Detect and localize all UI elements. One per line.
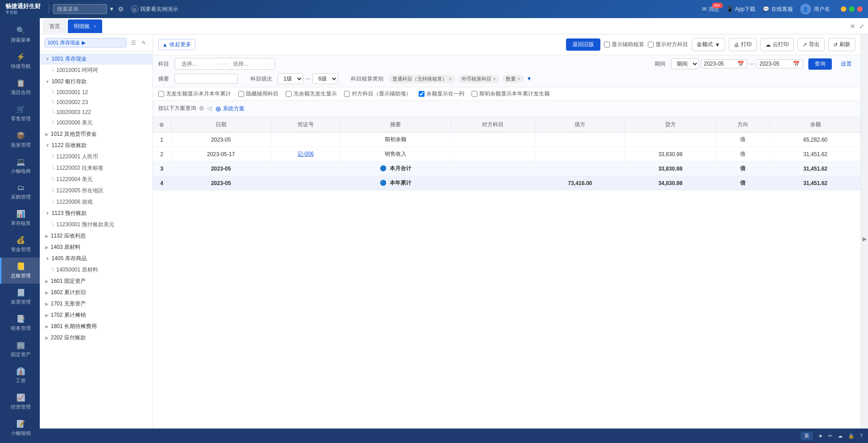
tree-item-10020006[interactable]: └ 10020006 美元 bbox=[40, 117, 152, 129]
tree-item-11220005[interactable]: └ 11220005 所在地区 bbox=[40, 185, 152, 196]
show-aux-checkbox[interactable] bbox=[604, 42, 610, 48]
voucher-link[interactable]: 记-006 bbox=[297, 151, 314, 157]
sidebar-item-invoice[interactable]: 🧾 发票管理 bbox=[0, 284, 40, 310]
tree-item-10020003[interactable]: └ 10020003 122 bbox=[40, 107, 152, 117]
search-input[interactable] bbox=[53, 4, 107, 14]
sidebar-item-sales-report[interactable]: 📝 小畅报销 bbox=[0, 415, 40, 441]
tree-item-1122[interactable]: ▼ 1122 应收账款 bbox=[40, 140, 152, 151]
level-start-select[interactable]: 1级 2级 bbox=[278, 73, 303, 84]
period-end-input[interactable] bbox=[760, 61, 791, 67]
panel-maximize-btn[interactable]: ⤢ bbox=[859, 23, 864, 30]
sidebar-item-ops[interactable]: 📈 经营管理 bbox=[0, 389, 40, 415]
search-dropdown-icon[interactable]: ▼ bbox=[109, 6, 114, 12]
tree-item-10020002[interactable]: └ 10020002 23 bbox=[40, 97, 152, 107]
tree-item-11220004[interactable]: └ 11220004 美元 bbox=[40, 174, 152, 185]
filter-tag-quantity-close[interactable]: × bbox=[518, 76, 520, 81]
tree-item-11230001[interactable]: └ 11230001 预付账款美元 bbox=[40, 219, 152, 230]
query-collapse-icon[interactable]: ◁ bbox=[207, 105, 212, 112]
help-btn[interactable]: ? bbox=[860, 433, 863, 438]
filter-tag-normal-close[interactable]: × bbox=[449, 76, 452, 81]
tree-item-1123[interactable]: ▼ 1123 预付账款 bbox=[40, 208, 152, 219]
tree-item-11220001[interactable]: └ 11220001 人民币 bbox=[40, 151, 152, 162]
app-download-btn[interactable]: 📱 App下载 bbox=[726, 5, 755, 13]
table-wrapper[interactable]: ⚙ 日期 凭证号 摘要 对方科目 借方 贷方 方向 余额 bbox=[153, 117, 861, 443]
tree-item-1403[interactable]: ▶ 1403 原材料 bbox=[40, 242, 152, 253]
tree-item-1001[interactable]: ▼ 1001 库存现金 bbox=[40, 53, 152, 65]
print-btn[interactable]: 🖨 打印 bbox=[729, 38, 757, 51]
tree-item-11220006[interactable]: └ 11220006 游戏 bbox=[40, 196, 152, 208]
tree-item-1701[interactable]: ▶ 1701 无形资产 bbox=[40, 298, 152, 310]
online-service-btn[interactable]: 💬 在线客服 bbox=[763, 5, 793, 13]
summary-input[interactable] bbox=[175, 74, 238, 84]
tree-item-1702[interactable]: ▶ 1702 累计摊销 bbox=[40, 310, 152, 321]
th-config[interactable]: ⚙ bbox=[153, 117, 171, 133]
sidebar-item-purchase[interactable]: 🗂 采购管理 bbox=[0, 179, 40, 205]
sidebar-item-assets[interactable]: 🏢 固定资产 bbox=[0, 336, 40, 362]
subject-input[interactable] bbox=[178, 59, 214, 68]
period-start-input[interactable] bbox=[704, 61, 736, 67]
query-btn[interactable]: 查询 bbox=[808, 58, 832, 70]
cb-contra-show-input[interactable] bbox=[344, 91, 350, 97]
tree-item-1601[interactable]: ▶ 1601 固定资产 bbox=[40, 276, 152, 287]
show-contra-checkbox[interactable] bbox=[648, 42, 654, 48]
cb-no-occurrence-input[interactable] bbox=[158, 91, 164, 97]
account-tag[interactable]: 1001 库存现金 ▶ bbox=[44, 38, 127, 48]
cb-hide-aux-input[interactable] bbox=[238, 91, 244, 97]
sidebar-item-salary[interactable]: 👔 工资 bbox=[0, 362, 40, 389]
cloud-print-btn[interactable]: ☁ 云打印 bbox=[760, 38, 794, 51]
tab-home[interactable]: 首页 bbox=[43, 19, 66, 33]
cb-no-balance-input[interactable] bbox=[286, 91, 292, 97]
refresh-btn[interactable]: ↺ 刷新 bbox=[828, 38, 855, 51]
tree-item-1002[interactable]: ▼ 1002 银行存款 bbox=[40, 76, 152, 87]
sidebar-item-quick-nav[interactable]: ⚡ 快捷导航 bbox=[0, 48, 40, 74]
tree-edit-btn[interactable]: ✎ bbox=[140, 39, 148, 47]
language-btn[interactable]: 英 bbox=[801, 432, 813, 440]
window-close[interactable] bbox=[857, 6, 863, 12]
sidebar-item-ecommerce[interactable]: 💻 小畅电商 bbox=[0, 153, 40, 179]
tree-item-1801[interactable]: ▶ 1801 长期待摊费用 bbox=[40, 321, 152, 332]
star-btn[interactable]: ★ bbox=[818, 433, 823, 439]
sidebar-item-basic[interactable]: ℹ 基础信息 bbox=[0, 441, 40, 443]
sidebar-item-wholesale[interactable]: 📦 批发管理 bbox=[0, 127, 40, 153]
messages-btn[interactable]: ✉ 消息 99+ bbox=[702, 5, 719, 13]
window-minimize[interactable] bbox=[841, 6, 846, 12]
sidebar-item-project[interactable]: 📋 项目合同 bbox=[0, 74, 40, 100]
export-btn[interactable]: ↗ 导出 bbox=[797, 38, 825, 51]
system-plan-btn[interactable]: ⊕ 系统方案 bbox=[215, 105, 245, 113]
sidebar-item-search[interactable]: 🔍 搜索菜单 bbox=[0, 22, 40, 48]
filter-tag-foreign-close[interactable]: × bbox=[493, 76, 496, 81]
sidebar-item-accounting[interactable]: 📒 总账管理 bbox=[0, 257, 40, 284]
cb-opening-ytd-input[interactable] bbox=[472, 91, 477, 97]
tree-item-11220002[interactable]: └ 11220002 往来标签 bbox=[40, 162, 152, 174]
tree-item-1602[interactable]: ▶ 1602 累计折旧 bbox=[40, 287, 152, 298]
sidebar-item-tax[interactable]: 📑 税务管理 bbox=[0, 310, 40, 336]
level-end-select[interactable]: 6级 5级 bbox=[312, 73, 338, 84]
currency-format-btn[interactable]: 金额式 ▼ bbox=[692, 38, 725, 51]
edit-btn[interactable]: ✏ bbox=[828, 433, 832, 439]
demo-btn[interactable]: ◎ 我要看实例演示 bbox=[131, 5, 178, 13]
query-help-icon[interactable]: ⚙ bbox=[199, 105, 204, 112]
tree-item-14050001[interactable]: └ 14050001 原材料 bbox=[40, 264, 152, 276]
tree-item-10020001[interactable]: └ 10020001 12 bbox=[40, 87, 152, 97]
sidebar-item-retail[interactable]: 🛒 零售管理 bbox=[0, 100, 40, 127]
category-dropdown-icon[interactable]: ▼ bbox=[527, 76, 532, 82]
tree-menu-btn[interactable]: ☰ bbox=[129, 39, 138, 47]
tree-item-1132[interactable]: ▶ 1132 应收利息 bbox=[40, 230, 152, 242]
back-old-version-btn[interactable]: 退回旧版 bbox=[566, 38, 600, 51]
user-menu[interactable]: 👤 用户名 bbox=[800, 4, 830, 14]
subject-end-input[interactable] bbox=[229, 59, 265, 68]
window-maximize[interactable] bbox=[849, 6, 854, 12]
cb-balance-one-col-input[interactable] bbox=[419, 91, 425, 97]
period-type-select[interactable]: 期间 bbox=[671, 58, 699, 69]
tree-item-10010001[interactable]: └ 10010001 呵呵呵 bbox=[40, 65, 152, 76]
right-panel-collapse[interactable]: ▶ bbox=[861, 34, 868, 443]
sidebar-item-inventory[interactable]: 📊 库存核算 bbox=[0, 205, 40, 231]
settings-icon[interactable]: ⚙ bbox=[118, 5, 124, 13]
more-filters-btn[interactable]: ▲ 收起更多 bbox=[158, 39, 195, 50]
tree-item-2202[interactable]: ▶ 2202 应付账款 bbox=[40, 332, 152, 343]
tab-close-btn[interactable]: × bbox=[94, 24, 96, 29]
lock-btn[interactable]: 🔒 bbox=[848, 433, 854, 439]
tree-item-1012[interactable]: ▶ 1012 其他货币资金 bbox=[40, 129, 152, 140]
panel-close-btn[interactable]: ✕ bbox=[850, 23, 855, 30]
filter-settings-btn[interactable]: 设置 bbox=[837, 58, 855, 70]
